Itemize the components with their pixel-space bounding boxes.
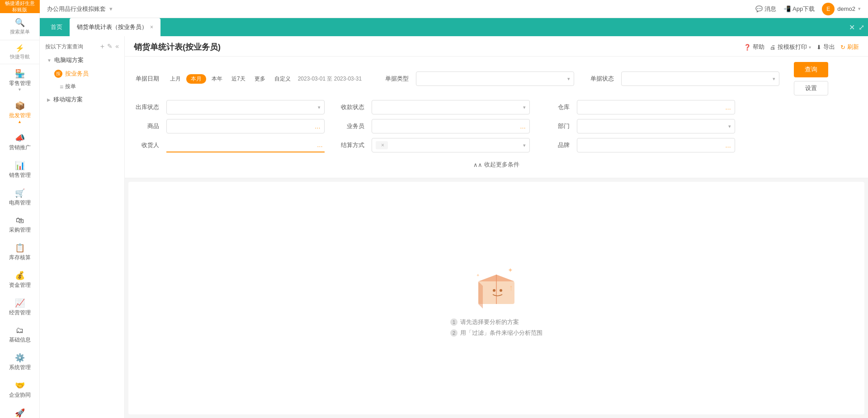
- print-icon: 🖨: [770, 44, 776, 51]
- edit-scheme-button[interactable]: ✎: [107, 43, 113, 51]
- sidebar-search-section[interactable]: 🔍 搜索菜单: [0, 13, 39, 40]
- tab-sales-stats[interactable]: 销货单统计表（按业务员） ×: [70, 18, 160, 36]
- tree-item-desktop[interactable]: ▼ 电脑端方案: [40, 53, 124, 67]
- this-year-btn[interactable]: 本年: [208, 74, 226, 84]
- sales-icon: 📊: [15, 161, 25, 171]
- message-button[interactable]: 💬 消息: [755, 5, 776, 13]
- tabbar-actions: ✕ ⤢: [849, 23, 868, 32]
- sidebar-item-retail[interactable]: 🏪 零售管理 ▼: [0, 64, 39, 96]
- salesperson-select[interactable]: …: [372, 119, 530, 133]
- doc-status-select[interactable]: ▾: [621, 71, 779, 86]
- brand-dots: …: [725, 142, 731, 149]
- custom-btn[interactable]: 自定义: [271, 74, 294, 84]
- help-icon: ❓: [744, 44, 751, 51]
- refresh-button[interactable]: ↻ 刷新: [840, 43, 859, 51]
- sidebar-item-wholesale[interactable]: 📦 批发管理 ▲: [0, 96, 39, 128]
- left-panel-actions: + ✎ «: [100, 43, 119, 51]
- payment-tag-close[interactable]: ×: [381, 142, 384, 148]
- receipt-status-label: 收款状态: [339, 103, 364, 111]
- tree-child-by-salesperson[interactable]: 按 按业务员: [40, 67, 124, 81]
- help-button[interactable]: ❓ 帮助: [744, 43, 764, 51]
- active-indicator: 按: [54, 70, 62, 78]
- wholesale-icon: 📦: [15, 101, 25, 111]
- operation-icon: 📈: [15, 298, 25, 308]
- filter-row-4: 收货人 … 结算方式 × ▾ 品牌: [134, 138, 859, 152]
- user-dropdown-icon: ▾: [858, 6, 861, 12]
- main-area: 办公用品行业模拟账套 ▾ 💬 消息 📲 App下载 E demo2 ▾ 首页 销…: [40, 0, 868, 418]
- empty-svg: ✦ ✦ ↑: [469, 256, 524, 311]
- last-month-btn[interactable]: 上月: [166, 74, 184, 84]
- left-panel-title: 按以下方案查询: [45, 43, 83, 51]
- warehouse-dots: …: [725, 104, 731, 111]
- window-max-button[interactable]: ⤢: [859, 23, 864, 32]
- tab-home[interactable]: 首页: [43, 18, 70, 36]
- wholesale-arrow: ▲: [18, 119, 22, 124]
- sidebar-item-operation[interactable]: 📈 经营管理: [0, 294, 39, 321]
- sub-item-by-order[interactable]: ≡ 按单: [40, 81, 124, 93]
- settings-button[interactable]: 设置: [794, 81, 828, 95]
- warehouse-select[interactable]: …: [577, 100, 735, 114]
- sidebar-item-enterprise[interactable]: 🤝 企业协同: [0, 376, 39, 404]
- filter-row-2: 出库状态 ▾ 收款状态 ▾ 仓库 …: [134, 100, 859, 114]
- brand-select[interactable]: …: [577, 138, 735, 152]
- sidebar-item-finance[interactable]: 💰 资金管理: [0, 266, 39, 294]
- tree-item-desktop-arrow: ▼: [47, 58, 52, 63]
- sidebar-item-newguide[interactable]: 🚀 新手引导: [0, 404, 39, 418]
- sidebar-item-basic[interactable]: 🗂 基础信息: [0, 321, 39, 348]
- page-title: 销货单统计表(按业务员): [134, 42, 221, 52]
- left-panel: 按以下方案查询 + ✎ « ▼ 电脑端方案 按 按业务员 ≡ 按单: [40, 36, 125, 418]
- tab-close-button[interactable]: ×: [150, 24, 153, 30]
- collapse-filter-button[interactable]: ∧∧ 收起更多条件: [134, 157, 859, 172]
- right-panel: 销货单统计表(按业务员) ❓ 帮助 🖨 按模板打印 ▾ ⬇ 导出: [125, 36, 868, 418]
- doc-type-chevron-icon: ▾: [567, 76, 570, 82]
- tree-child-by-salesperson-label: 按业务员: [65, 70, 89, 78]
- tree-item-mobile[interactable]: ▶ 移动端方案: [40, 93, 124, 106]
- product-dots: …: [315, 123, 321, 130]
- sidebar-item-sales[interactable]: 📊 销售管理: [0, 156, 39, 184]
- sidebar-item-system[interactable]: ⚙️ 系统管理: [0, 348, 39, 376]
- payment-chevron-icon: ▾: [523, 142, 526, 148]
- app-download-button[interactable]: 📲 App下载: [783, 5, 815, 13]
- out-status-select[interactable]: ▾: [166, 100, 325, 114]
- left-panel-header: 按以下方案查询 + ✎ «: [40, 40, 124, 53]
- payment-select[interactable]: × ▾: [372, 138, 530, 152]
- print-button[interactable]: 🖨 按模板打印 ▾: [770, 43, 811, 51]
- sidebar-item-ecommerce[interactable]: 🛒 电商管理: [0, 184, 39, 211]
- sidebar-search-label: 搜索菜单: [10, 28, 30, 35]
- app-name-dropdown-icon[interactable]: ▾: [109, 5, 113, 12]
- consignee-input[interactable]: …: [166, 138, 325, 152]
- topbar-right: 💬 消息 📲 App下载 E demo2 ▾: [755, 3, 861, 15]
- last7-btn[interactable]: 近7天: [228, 74, 249, 84]
- query-settings-group: 查询 设置: [794, 62, 828, 95]
- collapse-panel-button[interactable]: «: [115, 43, 119, 51]
- this-month-btn[interactable]: 本月: [186, 74, 206, 84]
- receipt-status-select[interactable]: ▾: [372, 100, 530, 114]
- sidebar-quicknav[interactable]: ⚡ 快捷导航: [0, 40, 39, 64]
- purchase-icon: 🛍: [16, 216, 24, 225]
- enterprise-icon: 🤝: [15, 380, 25, 390]
- brand-label: 品牌: [544, 141, 570, 149]
- empty-tip-1: 1 请先选择要分析的方案: [450, 318, 542, 326]
- doc-type-select[interactable]: ▾: [416, 71, 574, 86]
- svg-point-6: [493, 289, 495, 292]
- svg-point-7: [500, 289, 502, 292]
- product-select[interactable]: …: [166, 119, 325, 133]
- sidebar-item-marketing[interactable]: 📣 营销推广: [0, 128, 39, 156]
- sidebar-logo-text: 畅捷通好生意标账版: [5, 0, 35, 13]
- user-menu[interactable]: E demo2 ▾: [822, 3, 861, 15]
- sidebar-item-purchase[interactable]: 🛍 采购管理: [0, 211, 39, 238]
- export-icon: ⬇: [816, 44, 821, 51]
- query-button[interactable]: 查询: [794, 62, 828, 77]
- retail-icon: 🏪: [15, 69, 25, 79]
- topbar-left: 办公用品行业模拟账套 ▾: [47, 5, 113, 13]
- more-btn[interactable]: 更多: [251, 74, 269, 84]
- tabbar: 首页 销货单统计表（按业务员） × ✕ ⤢: [40, 18, 868, 36]
- add-scheme-button[interactable]: +: [100, 43, 104, 51]
- department-select[interactable]: ▾: [577, 119, 735, 133]
- empty-state: ✦ ✦ ↑ 1 请先选择要分析的方案: [128, 182, 864, 414]
- date-range: 2023-03-01 至 2023-03-31: [298, 75, 362, 83]
- window-close-button[interactable]: ✕: [849, 23, 855, 32]
- content-area: 按以下方案查询 + ✎ « ▼ 电脑端方案 按 按业务员 ≡ 按单: [40, 36, 868, 418]
- sidebar-item-inventory[interactable]: 📋 库存核算: [0, 238, 39, 266]
- export-button[interactable]: ⬇ 导出: [816, 43, 835, 51]
